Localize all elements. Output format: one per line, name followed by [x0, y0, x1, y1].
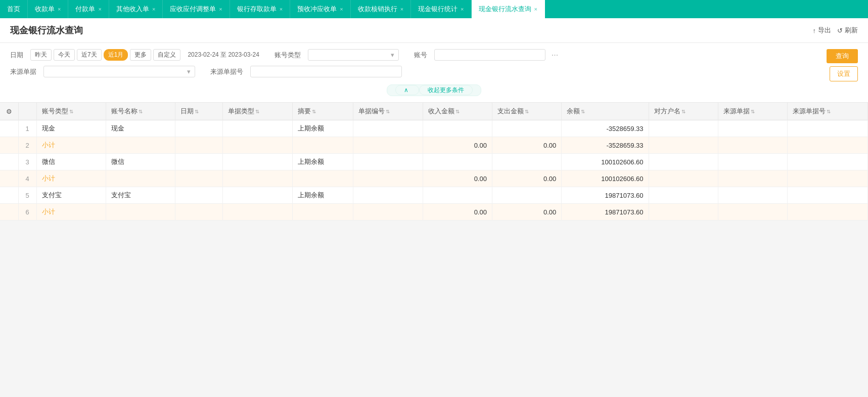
row-gear-cell	[0, 204, 18, 220]
row-doc-no	[353, 204, 423, 220]
row-summary: 上期余额	[292, 154, 353, 170]
table-row: 1现金现金上期余额-3528659.33	[0, 120, 868, 137]
nav-tab-payment[interactable]: 付款单×	[68, 0, 109, 18]
table-col-source-doc[interactable]: 来源单据⇅	[718, 103, 787, 120]
table-col-counterparty[interactable]: 对方户名⇅	[649, 103, 718, 120]
top-navigation: 首页收款单×付款单×其他收入单×应收应付调整单×银行存取款单×预收冲应收单×收款…	[0, 0, 868, 18]
row-account-type: 小计	[36, 204, 106, 220]
table-col-expense[interactable]: 支出金额⇅	[492, 103, 561, 120]
refresh-icon: ↺	[837, 27, 843, 34]
sort-icon: ⇅	[681, 109, 686, 114]
nav-tab-cash-bank-stat[interactable]: 现金银行统计×	[411, 0, 471, 18]
table-row: 4小计0.000.00100102606.60	[0, 170, 868, 187]
account-more-button[interactable]: ···	[552, 51, 558, 60]
nav-tab-close[interactable]: ×	[58, 6, 61, 12]
row-expense: 0.00	[492, 137, 561, 154]
row-expense: 0.00	[492, 170, 561, 187]
row-account-name: 支付宝	[106, 187, 175, 204]
row-counterparty	[649, 154, 718, 170]
source-doc-dropdown-icon: ▾	[187, 68, 191, 75]
nav-tab-cash-bank-flow[interactable]: 现金银行流水查询×	[472, 0, 545, 18]
row-summary	[292, 204, 353, 220]
settings-button[interactable]: 设置	[830, 66, 858, 81]
collapse-icon: ∧	[395, 85, 419, 95]
row-doc-type	[223, 187, 292, 204]
row-doc-no	[353, 170, 423, 187]
source-doc-filter: 来源单据 ▾	[10, 66, 195, 77]
table-col-doc-type[interactable]: 单据类型⇅	[223, 103, 292, 120]
row-source-doc-no	[788, 187, 868, 204]
nav-tab-close[interactable]: ×	[152, 6, 155, 12]
row-doc-type	[223, 137, 292, 154]
row-source-doc	[718, 204, 787, 220]
nav-tab-label: 首页	[7, 5, 20, 14]
account-type-select[interactable]: ▾	[308, 49, 399, 61]
table-col-account-type[interactable]: 账号类型⇅	[36, 103, 106, 120]
row-source-doc-no	[788, 154, 868, 170]
query-button[interactable]: 查询	[827, 49, 858, 63]
row-source-doc-no	[788, 137, 868, 154]
row-summary: 上期余额	[292, 187, 353, 204]
table-col-doc-no[interactable]: 单据编号⇅	[353, 103, 423, 120]
row-income: 0.00	[423, 204, 492, 220]
collapse-filters-button[interactable]: ∧ 收起更多条件	[10, 82, 858, 98]
nav-tab-close[interactable]: ×	[219, 6, 222, 12]
row-balance: 19871073.60	[562, 187, 649, 204]
table-col-income[interactable]: 收入金额⇅	[423, 103, 492, 120]
nav-tab-collection-exec[interactable]: 收款核销执行×	[351, 0, 411, 18]
date-btn-更多[interactable]: 更多	[130, 49, 151, 61]
nav-tab-label: 银行存取款单	[237, 5, 277, 14]
table-col-date[interactable]: 日期⇅	[175, 103, 223, 120]
row-balance: 100102606.60	[562, 170, 649, 187]
table-col-balance[interactable]: 余额⇅	[562, 103, 649, 120]
nav-tab-receipt[interactable]: 收款单×	[28, 0, 68, 18]
table-col-source-doc-no[interactable]: 来源单据号⇅	[788, 103, 868, 120]
account-type-label: 账号类型	[275, 51, 301, 60]
table-col-summary[interactable]: 摘要⇅	[292, 103, 353, 120]
nav-tab-bank-deposit[interactable]: 银行存取款单×	[230, 0, 290, 18]
refresh-button[interactable]: ↺ 刷新	[837, 26, 858, 35]
export-button[interactable]: ↑ 导出	[813, 26, 832, 35]
nav-tab-close[interactable]: ×	[98, 6, 101, 12]
sort-icon: ⇅	[255, 109, 259, 114]
table-body: 1现金现金上期余额-3528659.332小计0.000.00-3528659.…	[0, 120, 868, 220]
sort-icon: ⇅	[581, 109, 585, 114]
row-account-name	[106, 137, 175, 154]
row-balance: -3528659.33	[562, 137, 649, 154]
row-balance: -3528659.33	[562, 120, 649, 137]
filter-row-1: 日期 昨天今天近7天近1月更多自定义 2023-02-24 至 2023-03-…	[10, 49, 820, 61]
row-number: 1	[18, 120, 36, 137]
row-source-doc	[718, 137, 787, 154]
nav-tab-close[interactable]: ×	[340, 6, 343, 12]
table-gear-col[interactable]: ⚙	[0, 103, 18, 120]
nav-tab-close[interactable]: ×	[400, 6, 403, 12]
date-btn-昨天[interactable]: 昨天	[30, 49, 52, 61]
date-btn-近7天[interactable]: 近7天	[77, 49, 102, 61]
source-doc-no-input[interactable]	[250, 66, 402, 77]
account-input[interactable]	[434, 49, 545, 61]
nav-tab-close[interactable]: ×	[461, 6, 464, 12]
date-btn-自定义[interactable]: 自定义	[153, 49, 180, 61]
nav-tab-pre-receipt[interactable]: 预收冲应收单×	[290, 0, 350, 18]
filter-area: 日期 昨天今天近7天近1月更多自定义 2023-02-24 至 2023-03-…	[0, 43, 868, 103]
nav-tab-home[interactable]: 首页	[0, 0, 28, 18]
nav-tab-other-income[interactable]: 其他收入单×	[109, 0, 163, 18]
nav-tab-label: 现金银行流水查询	[479, 5, 531, 14]
export-label: 导出	[818, 26, 831, 35]
source-doc-select[interactable]: ▾	[43, 66, 195, 77]
sort-icon: ⇅	[69, 109, 73, 114]
row-gear-cell	[0, 120, 18, 137]
date-btn-今天[interactable]: 今天	[54, 49, 75, 61]
row-counterparty	[649, 187, 718, 204]
nav-tab-close[interactable]: ×	[534, 6, 537, 12]
row-date	[175, 204, 223, 220]
nav-tab-close[interactable]: ×	[280, 6, 283, 12]
row-source-doc	[718, 154, 787, 170]
nav-tab-ar-adjust[interactable]: 应收应付调整单×	[163, 0, 230, 18]
filter-action-buttons: 查询 设置	[827, 49, 858, 81]
export-icon: ↑	[813, 27, 816, 34]
table-col-account-name[interactable]: 账号名称⇅	[106, 103, 175, 120]
table-row: 6小计0.000.0019871073.60	[0, 204, 868, 220]
row-date	[175, 154, 223, 170]
date-btn-近1月[interactable]: 近1月	[104, 49, 128, 61]
